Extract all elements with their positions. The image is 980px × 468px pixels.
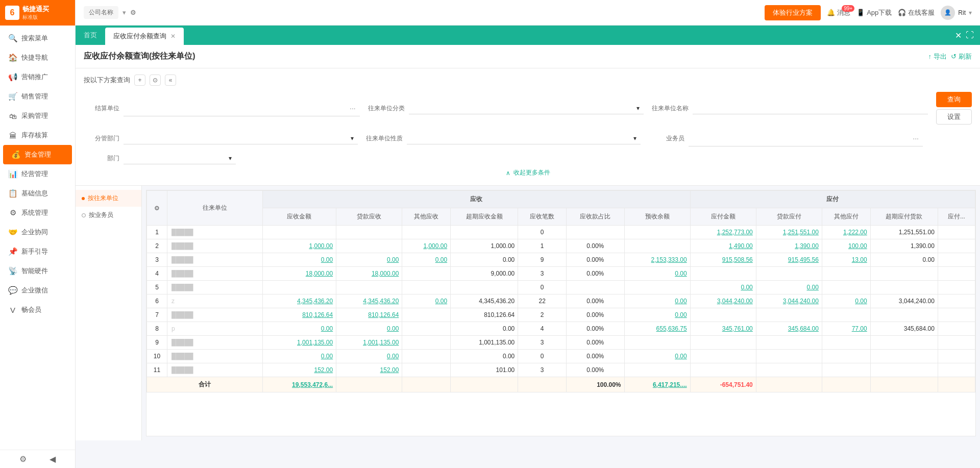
- total-ar-amount[interactable]: 19,553,472,6...: [262, 377, 336, 392]
- row-ap-loan[interactable]: 345,684.00: [756, 322, 822, 336]
- row-advance[interactable]: 2,153,333.00: [624, 253, 690, 267]
- tab-maximize-btn[interactable]: ⛶: [966, 31, 974, 40]
- row-ar-amount[interactable]: 0.00: [262, 253, 336, 267]
- collapse-more-btn[interactable]: ∧ 收起更多条件: [84, 164, 972, 179]
- filter-add-btn[interactable]: +: [134, 75, 145, 86]
- unit-nature-select[interactable]: ▾: [407, 133, 640, 144]
- row-ap-other[interactable]: 13.00: [822, 253, 870, 267]
- query-btn[interactable]: 查询: [936, 92, 972, 107]
- table-row: 10 █████ 0.00 0.00 0.00 0 0.00% 0.00: [147, 350, 975, 363]
- row-ap-loan[interactable]: 3,044,240.00: [756, 294, 822, 308]
- table-settings-icon[interactable]: ⚙: [154, 205, 160, 212]
- sidebar-item-shortcut[interactable]: 🏠快捷导航: [0, 48, 75, 67]
- sidebar-item-vip[interactable]: V畅会员: [0, 300, 75, 319]
- total-advance[interactable]: 6,417,215....: [624, 377, 690, 392]
- row-ap-loan[interactable]: 0.00: [756, 281, 822, 294]
- settlement-unit-input[interactable]: [128, 103, 350, 114]
- app-download-btn[interactable]: 📱 App下载: [856, 8, 892, 17]
- settings-btn[interactable]: 设置: [936, 109, 972, 125]
- breadcrumb-arrow[interactable]: ▾: [122, 9, 126, 16]
- row-advance[interactable]: 0.00: [624, 308, 690, 322]
- filter-circle-btn[interactable]: ⊙: [150, 75, 161, 86]
- sidebar-item-finance[interactable]: 💰资金管理: [3, 145, 72, 164]
- sidebar-item-enterprise[interactable]: 🤝企业协同: [0, 223, 75, 242]
- row-ar-loan[interactable]: 18,000.00: [336, 267, 402, 281]
- sidebar-nav: 🔍搜索菜单🏠快捷导航📢营销推广🛒销售管理🛍采购管理🏛库存核算💰资金管理📊经营管理…: [0, 26, 75, 450]
- online-service-btn[interactable]: 🎧 在线客服: [898, 8, 935, 17]
- sidebar-item-warehouse[interactable]: 🏛库存核算: [0, 126, 75, 145]
- row-ar-other[interactable]: 1,000.00: [402, 239, 451, 253]
- row-ar-loan[interactable]: 152.00: [336, 363, 402, 377]
- row-ar-amount[interactable]: 4,345,436.20: [262, 294, 336, 308]
- row-ar-loan[interactable]: 810,126.64: [336, 308, 402, 322]
- row-ar-loan[interactable]: 0.00: [336, 350, 402, 363]
- row-ap-amount[interactable]: 345,761.00: [690, 322, 756, 336]
- row-ar-amount[interactable]: 1,001,135.00: [262, 336, 336, 350]
- row-ar-loan[interactable]: 1,001,135.00: [336, 336, 402, 350]
- dept-select[interactable]: ▾: [124, 133, 358, 144]
- row-advance[interactable]: 0.00: [624, 267, 690, 281]
- row-ar-loan[interactable]: 0.00: [336, 322, 402, 336]
- sidebar-item-search[interactable]: 🔍搜索菜单: [0, 29, 75, 48]
- row-ar-loan[interactable]: 0.00: [336, 253, 402, 267]
- th-settings[interactable]: ⚙: [147, 191, 167, 226]
- row-ap-other[interactable]: 0.00: [822, 294, 870, 308]
- row-ap-amount[interactable]: 0.00: [690, 281, 756, 294]
- th-ar-loan: 贷款应收: [336, 208, 402, 226]
- industry-solution-btn[interactable]: 体验行业方案: [765, 5, 821, 20]
- sidebar-item-marketing[interactable]: 📢营销推广: [0, 67, 75, 87]
- sidebar-item-operation[interactable]: 📊经营管理: [0, 164, 75, 184]
- row-advance[interactable]: 655,636.75: [624, 322, 690, 336]
- row-ap-loan[interactable]: 1,251,551.00: [756, 226, 822, 239]
- row-ar-amount[interactable]: 0.00: [262, 322, 336, 336]
- row-ar-loan[interactable]: 4,345,436.20: [336, 294, 402, 308]
- filter-collapse-btn[interactable]: «: [165, 75, 176, 86]
- row-ap-other[interactable]: 1,222.00: [822, 226, 870, 239]
- row-advance[interactable]: 0.00: [624, 294, 690, 308]
- sidebar-item-basic[interactable]: 📋基础信息: [0, 184, 75, 203]
- refresh-btn[interactable]: ↺ 刷新: [951, 52, 972, 61]
- settlement-unit-dots[interactable]: ···: [350, 104, 356, 112]
- sidebar-settings-btn[interactable]: ⚙: [19, 454, 27, 464]
- unit-category-select[interactable]: ▾: [409, 103, 644, 114]
- tab-ar-query-close[interactable]: ✕: [170, 33, 176, 40]
- nav-by-salesperson[interactable]: 按业务员: [76, 207, 141, 224]
- sidebar-collapse-btn[interactable]: ◀: [50, 454, 56, 464]
- row-ap-other[interactable]: 100.00: [822, 239, 870, 253]
- user-menu[interactable]: 👤 Rit ▾: [941, 6, 972, 20]
- row-ar-amount[interactable]: 18,000.00: [262, 267, 336, 281]
- row-ar-other: [402, 267, 451, 281]
- gear-icon[interactable]: ⚙: [130, 9, 136, 16]
- sidebar-item-wechat[interactable]: 💬企业微信: [0, 281, 75, 300]
- row-ar-other[interactable]: 0.00: [402, 253, 451, 267]
- row-ar-amount[interactable]: 152.00: [262, 363, 336, 377]
- sidebar-item-system[interactable]: ⚙系统管理: [0, 203, 75, 223]
- salesperson-dots[interactable]: ···: [913, 134, 919, 142]
- row-ap-loan[interactable]: 1,390.00: [756, 239, 822, 253]
- row-ap-amount[interactable]: 915,508.56: [690, 253, 756, 267]
- row-ar-amount[interactable]: 810,126.64: [262, 308, 336, 322]
- row-ap-loan[interactable]: 915,495.56: [756, 253, 822, 267]
- notifications-btn[interactable]: 🔔 消息 99+: [827, 8, 850, 17]
- unit-name-input[interactable]: [693, 103, 928, 114]
- row-ar-other[interactable]: 0.00: [402, 294, 451, 308]
- tab-close-all-btn[interactable]: ✕: [955, 31, 962, 40]
- row-ar-amount[interactable]: 0.00: [262, 350, 336, 363]
- row-ap-amount[interactable]: 1,490.00: [690, 239, 756, 253]
- sidebar-item-purchase[interactable]: 🛍采购管理: [0, 106, 75, 126]
- export-btn[interactable]: ↑ 导出: [928, 52, 947, 61]
- salesperson-input[interactable]: [693, 133, 913, 144]
- row-ar-amount[interactable]: 1,000.00: [262, 239, 336, 253]
- row-ap-other[interactable]: 77.00: [822, 322, 870, 336]
- nav-by-unit[interactable]: 按往来单位: [76, 190, 141, 207]
- tab-ar-query[interactable]: 应收应付余额查询 ✕: [105, 28, 184, 45]
- row-ap-amount[interactable]: 1,252,773.00: [690, 226, 756, 239]
- company-name[interactable]: 公司名称: [84, 6, 118, 19]
- sidebar-item-hardware[interactable]: 📡智能硬件: [0, 261, 75, 281]
- row-advance[interactable]: 0.00: [624, 350, 690, 363]
- department-select[interactable]: ▾: [124, 153, 236, 164]
- sidebar-item-sales[interactable]: 🛒销售管理: [0, 87, 75, 106]
- row-ap-amount[interactable]: 3,044,240.00: [690, 294, 756, 308]
- sidebar-item-guide[interactable]: 📌新手引导: [0, 242, 75, 261]
- tab-home[interactable]: 首页: [76, 26, 105, 45]
